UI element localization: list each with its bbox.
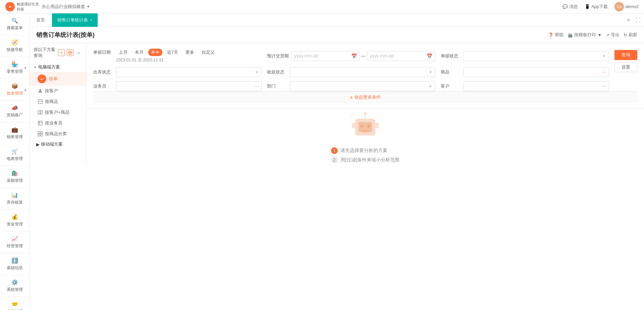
salesman-select[interactable]: ··· xyxy=(116,81,262,91)
expected-date-start[interactable]: yyyy-mm-dd 📅 xyxy=(291,51,360,61)
scheme-item-按业务员[interactable]: 按业务员 xyxy=(30,118,86,128)
sidebar-item-inventory[interactable]: 📊 库存核算 xyxy=(0,188,29,210)
scheme-item-按商品分类[interactable]: 按商品分类 xyxy=(30,128,86,139)
product-select[interactable]: ··· xyxy=(464,67,609,77)
bill-status-label: 单据状态 xyxy=(441,53,461,59)
mobile-scheme-group[interactable]: ▶ 移动端方案 xyxy=(30,139,86,149)
svg-point-18 xyxy=(367,125,370,127)
compass-icon: 🧭 xyxy=(11,39,18,46)
sidebar-item-quick-nav[interactable]: 🧭 快捷导航 xyxy=(0,35,29,57)
scheme-item-按客户[interactable]: 按客户 xyxy=(30,86,86,96)
sidebar-item-purchase[interactable]: 🛍️ 采购管理 xyxy=(0,166,29,188)
this-year-button[interactable]: 本年 xyxy=(148,49,162,56)
page-actions: ❓ 帮助 🖨️ 按模板打印 ▼ ↗ 导出 ↻ 刷新 xyxy=(548,32,637,38)
collapse-bar[interactable]: ∧ 收起更多条件 xyxy=(93,91,637,103)
svg-rect-11 xyxy=(38,132,40,134)
user-menu[interactable]: Ea demo2 xyxy=(614,2,639,11)
customer-select[interactable]: ··· xyxy=(464,81,609,91)
sidebar-item-basic[interactable]: ℹ️ 基础信息 xyxy=(0,253,29,275)
purchase-icon: 🛍️ xyxy=(11,170,18,176)
print-button[interactable]: 🖨️ 按模板打印 ▼ xyxy=(568,32,602,38)
sidebar-item-wholesale[interactable]: 📦 批发管理 ▲ xyxy=(0,79,29,101)
chevron-down-icon: ▼ xyxy=(24,66,27,70)
search-button[interactable]: 查询 xyxy=(614,50,637,60)
chevron-down-icon: ▼ xyxy=(602,54,606,58)
message-button[interactable]: 💬 消息 xyxy=(562,4,578,10)
active-scheme-indicator xyxy=(38,74,46,83)
empty-illustration xyxy=(345,109,385,143)
chevron-down-icon: ▼ xyxy=(34,65,37,69)
svg-rect-7 xyxy=(40,111,43,114)
svg-point-17 xyxy=(361,125,363,127)
hint-number-1: 1 xyxy=(331,147,338,154)
sidebar-item-system[interactable]: ⚙️ 系统管理 xyxy=(0,275,29,297)
sidebar-item-ecommerce[interactable]: 🛒 电商管理 xyxy=(0,144,29,166)
scheme-item-按客户+商品[interactable]: 按客户+商品 xyxy=(30,107,86,118)
hint-item-2: 2 用[过滤]条件来缩小分析范围 xyxy=(331,157,399,163)
app-download-button[interactable]: 📱 App下载 xyxy=(585,4,608,10)
operations-icon: 📈 xyxy=(11,236,18,242)
sidebar-item-cooperation[interactable]: 🤝 企业协同 xyxy=(0,297,29,310)
svg-point-24 xyxy=(378,116,379,118)
filter-field-expected-date: 预计交货期 yyyy-mm-dd 📅 — xyxy=(267,51,435,61)
left-panel-header: 按以下方案查询 + « xyxy=(30,43,86,62)
expected-date-range: yyyy-mm-dd 📅 — yyyy-mm-dd 📅 xyxy=(291,51,435,61)
sidebar-item-search-menu[interactable]: 🔍 搜索菜单 xyxy=(0,13,29,35)
custom-date-button[interactable]: 自定义 xyxy=(199,49,217,56)
filter-field-department: 部门 ▼ xyxy=(267,81,435,91)
add-scheme-button[interactable]: + xyxy=(58,49,65,56)
close-window-button[interactable]: ✕ xyxy=(625,17,632,23)
more-date-button[interactable]: 更多 xyxy=(183,49,197,56)
app-selector[interactable]: 办公用品行业模拟账套 ▼ xyxy=(42,4,90,10)
tab-home[interactable]: 首页 xyxy=(30,13,52,27)
chevron-down-icon: ▼ xyxy=(429,70,432,74)
edit-scheme-button[interactable] xyxy=(67,49,73,56)
help-button[interactable]: ❓ 帮助 xyxy=(548,32,564,38)
sidebar-item-sales[interactable]: 💼 销售管理 xyxy=(0,122,29,144)
svg-rect-4 xyxy=(38,100,42,104)
three-col-layout: 按以下方案查询 + « xyxy=(30,43,644,163)
left-panel: 按以下方案查询 + « xyxy=(30,43,87,163)
header-right: 💬 消息 📱 App下载 Ea demo2 xyxy=(562,2,639,11)
filter-field-receipt-status: 收款状态 ▼ xyxy=(267,67,435,77)
settings-button[interactable]: 设置 xyxy=(614,62,637,72)
sidebar-item-operations[interactable]: 📈 经营管理 xyxy=(0,231,29,253)
logo-text: 畅捷通好生意 标版 xyxy=(17,2,39,11)
tab-bar: 首页 销售订单统计表 × ✕ ⛶ xyxy=(30,13,644,27)
svg-rect-13 xyxy=(38,134,40,136)
last7-button[interactable]: 近7天 xyxy=(164,49,181,56)
last-month-button[interactable]: 上月 xyxy=(116,49,130,56)
scheme-item-按商品[interactable]: 按商品 xyxy=(30,96,86,107)
receipt-status-select[interactable]: ▼ xyxy=(290,67,435,77)
svg-point-2 xyxy=(69,52,71,53)
scheme-item-按单[interactable]: 按单 xyxy=(30,72,86,86)
salesman-label: 业务员 xyxy=(93,83,113,89)
calendar-icon: 📅 xyxy=(351,53,357,59)
combo-icon xyxy=(38,110,43,115)
export-button[interactable]: ↗ 导出 xyxy=(606,32,620,38)
store-icon: 🏪 xyxy=(11,61,18,67)
help-icon: ❓ xyxy=(548,33,553,38)
more-options-icon: ··· xyxy=(254,83,259,89)
page-header: 销售订单统计表(按单) ❓ 帮助 🖨️ 按模板打印 ▼ ↗ 导出 xyxy=(30,27,644,43)
basic-icon: ℹ️ xyxy=(11,257,18,264)
filter-field-ship-status: 出库状态 ▼ xyxy=(93,67,262,77)
refresh-button[interactable]: ↻ 刷新 xyxy=(624,32,637,38)
svg-point-26 xyxy=(350,130,351,131)
ecommerce-icon: 🛒 xyxy=(11,148,18,155)
bill-status-select[interactable]: ▼ xyxy=(464,51,609,61)
pc-scheme-group[interactable]: ▼ 电脑端方案 xyxy=(30,62,86,72)
product-label: 商品 xyxy=(441,69,461,75)
maximize-window-button[interactable]: ⛶ xyxy=(635,17,641,23)
close-tab-button[interactable]: × xyxy=(90,18,92,22)
ship-status-select[interactable]: ▼ xyxy=(116,67,262,77)
sidebar-item-finance[interactable]: 💰 资金管理 xyxy=(0,210,29,231)
sidebar-item-marketing[interactable]: 📣 营销推广 xyxy=(0,101,29,122)
tab-sales-order-stats[interactable]: 销售订单统计表 × xyxy=(52,13,98,27)
svg-rect-8 xyxy=(38,121,42,125)
collapse-panel-button[interactable]: « xyxy=(75,49,82,56)
expected-date-end[interactable]: yyyy-mm-dd 📅 xyxy=(367,51,435,61)
sidebar-item-retail[interactable]: 🏪 零售管理 ▼ xyxy=(0,57,29,79)
this-month-button[interactable]: 本月 xyxy=(132,49,146,56)
department-select[interactable]: ▼ xyxy=(290,81,435,91)
